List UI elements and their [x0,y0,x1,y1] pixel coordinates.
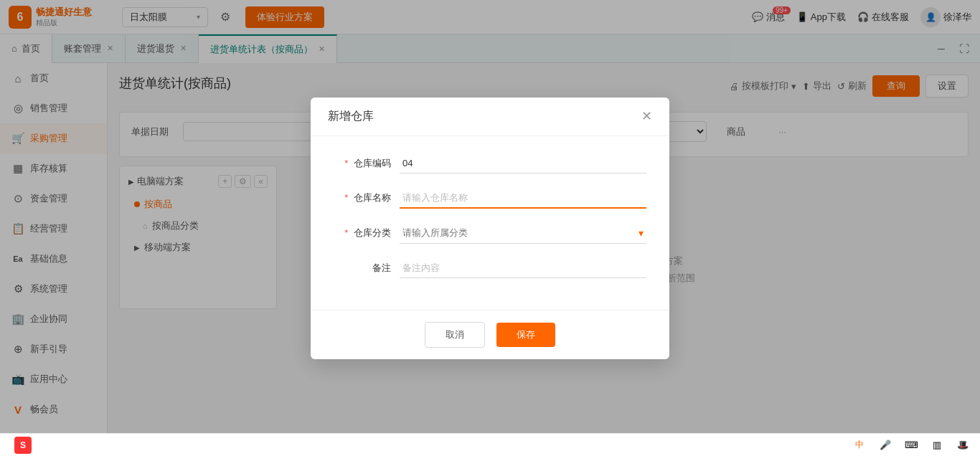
modal-body: * 仓库编码 * 仓库名称 * 仓库分类 [311,136,669,310]
form-row-category: * 仓库分类 ▾ [334,223,646,244]
modal-title: 新增仓库 [328,109,374,124]
category-input[interactable] [402,227,639,238]
warehouse-code-input[interactable] [400,153,646,174]
modal-header: 新增仓库 ✕ [311,98,669,136]
required-star-name: * [344,192,348,203]
form-row-code: * 仓库编码 [334,153,646,174]
warehouse-note-input[interactable] [400,258,646,278]
add-warehouse-modal: 新增仓库 ✕ * 仓库编码 * 仓库名称 [311,98,669,359]
status-bar-brand: S [9,437,32,454]
modal-footer: 取消 保存 [311,310,669,359]
required-star-category: * [344,227,348,238]
form-category-label: * 仓库分类 [334,227,391,239]
status-icon-mic[interactable]: 🎤 [877,437,894,454]
form-note-label: 备注 [334,262,391,275]
cancel-button[interactable]: 取消 [425,322,485,348]
status-icon-hat[interactable]: 🎩 [954,437,971,454]
category-arrow-icon: ▾ [639,227,644,239]
warehouse-category-select[interactable]: ▾ [400,223,646,244]
required-star-code: * [344,158,348,168]
status-icon-keyboard[interactable]: ⌨ [903,437,920,454]
form-code-label: * 仓库编码 [334,157,391,170]
modal-backdrop[interactable]: 新增仓库 ✕ * 仓库编码 * 仓库名称 [0,0,980,456]
form-row-name: * 仓库名称 [334,188,646,209]
modal-close-button[interactable]: ✕ [641,110,652,123]
status-icon-zh[interactable]: 中 [851,437,868,454]
form-name-label: * 仓库名称 [334,191,391,204]
warehouse-name-input[interactable] [400,188,646,209]
status-bar: S 中 🎤 ⌨ ▥ 🎩 [0,433,980,456]
status-icon-grid[interactable]: ▥ [928,437,946,454]
save-button[interactable]: 保存 [496,323,555,347]
form-row-note: 备注 [334,258,646,278]
s-logo: S [14,437,32,454]
